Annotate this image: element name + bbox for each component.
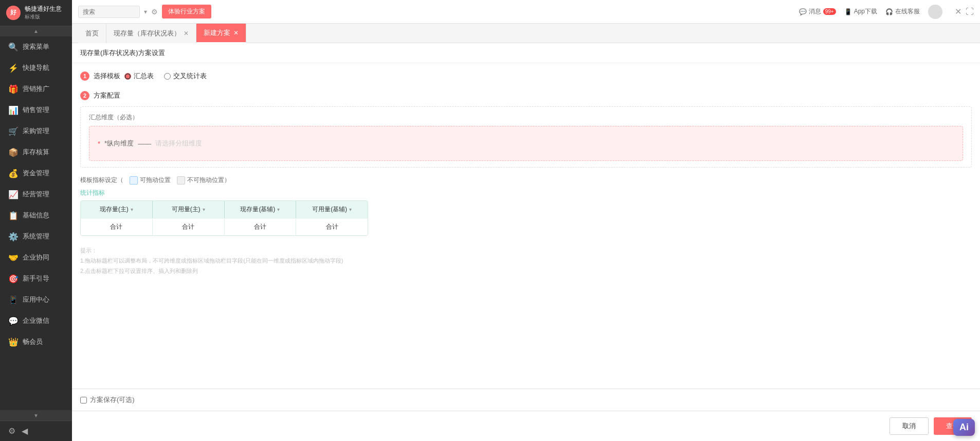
- indicators-section: 模板指标设定（ 可拖动位置 不可拖动位置） 统计指标: [80, 176, 972, 276]
- tab-new-plan-close-btn[interactable]: ✕: [233, 29, 239, 36]
- collapse-footer-btn[interactable]: ◀: [22, 426, 28, 436]
- sidebar-item-operations-label: 经营管理: [23, 190, 49, 199]
- topbar-right: 💬 消息 99+ 📱 App下载 🎧 在线客服 ✕ ⛶: [799, 5, 974, 19]
- stats-cell-1-val: 合计: [182, 223, 194, 231]
- newuser-icon: 🎯: [8, 274, 17, 284]
- tab-inventory-status[interactable]: 现存量（库存状况表） ✕: [106, 24, 196, 43]
- stats-cell-0-val: 合计: [110, 223, 122, 231]
- sidebar-scroll-down[interactable]: ▼: [0, 410, 72, 420]
- section-template: 1 选择模板 汇总表 交叉统计表: [80, 71, 972, 81]
- sidebar-item-member[interactable]: 👑 畅会员: [0, 332, 72, 353]
- sidebar-item-basic-info[interactable]: 📋 基础信息: [0, 205, 72, 226]
- member-icon: 👑: [8, 337, 17, 347]
- tab-home[interactable]: 首页: [78, 24, 106, 43]
- sidebar-item-search[interactable]: 🔍 搜索菜单: [0, 36, 72, 58]
- content-inner: 1 选择模板 汇总表 交叉统计表: [72, 63, 980, 389]
- topbar-search-input[interactable]: [78, 6, 140, 18]
- stats-col-3[interactable]: 可用量(基辅) ▾: [296, 201, 368, 218]
- topbar-trial-btn[interactable]: 体验行业方案: [162, 5, 211, 19]
- stats-col-2[interactable]: 现存量(基辅) ▾: [225, 201, 297, 218]
- system-icon: ⚙️: [8, 232, 17, 242]
- service-btn[interactable]: 🎧 在线客服: [885, 7, 920, 16]
- section1-label: 选择模板: [94, 71, 120, 81]
- sidebar-item-wechat-label: 企业微信: [23, 316, 49, 325]
- chevron-down-icon-0: ▾: [131, 207, 133, 212]
- main-area: ▾ ⚙ 体验行业方案 💬 消息 99+ 📱 App下载 🎧 在线客服 ✕ ⛶: [72, 0, 980, 441]
- ai-badge[interactable]: Ai: [953, 419, 975, 436]
- stats-col-0[interactable]: 现存量(主) ▾: [81, 201, 153, 218]
- chevron-down-icon-2: ▾: [277, 207, 280, 212]
- stats-cell-2-val: 合计: [254, 223, 266, 231]
- app-name: 畅捷通好生意: [25, 5, 62, 13]
- sidebar-item-finance-label: 资金管理: [23, 169, 49, 178]
- stats-table: 现存量(主) ▾ 可用量(主) ▾ 现存量(基辅) ▾: [80, 200, 368, 236]
- sidebar: 好 畅捷通好生意 标准版 ▲ 🔍 搜索菜单 ⚡ 快捷导航 🎁 营销推广 📊 销售…: [0, 0, 72, 441]
- sidebar-item-quicknav[interactable]: ⚡ 快捷导航: [0, 58, 72, 79]
- stats-col-0-label: 现存量(主): [100, 205, 129, 214]
- sidebar-item-basic-info-label: 基础信息: [23, 211, 49, 220]
- sidebar-item-finance[interactable]: 💰 资金管理: [0, 163, 72, 184]
- section2-label: 方案配置: [94, 91, 120, 100]
- notifications-badge: 99+: [823, 8, 836, 15]
- sidebar-footer: ⚙ ◀: [0, 420, 72, 441]
- topbar-gear-btn[interactable]: ⚙: [151, 8, 158, 16]
- sidebar-item-purchase[interactable]: 🛒 采购管理: [0, 121, 72, 142]
- template-indicators-label: 模板指标设定（: [80, 176, 123, 185]
- sidebar-item-appstore[interactable]: 📱 应用中心: [0, 289, 72, 310]
- radio-summary-input[interactable]: [124, 73, 131, 80]
- tips-section: 提示： 1.拖动标题栏可以调整布局，不可跨维度或指标区域拖动栏目字段(只能在同一…: [80, 246, 972, 276]
- sidebar-nav: 🔍 搜索菜单 ⚡ 快捷导航 🎁 营销推广 📊 销售管理 🛒 采购管理 📦 库存核…: [0, 36, 72, 410]
- sidebar-item-newuser[interactable]: 🎯 新手引导: [0, 268, 72, 289]
- unmovable-indicator: 不可拖动位置）: [177, 176, 230, 185]
- sidebar-item-wechat[interactable]: 💬 企业微信: [0, 310, 72, 332]
- stats-cell-2: 合计: [225, 218, 297, 235]
- vertical-dim-separator: ——: [138, 140, 151, 148]
- sidebar-item-sales-label: 销售管理: [23, 105, 49, 115]
- content-area: 现存量(库存状况表)方案设置 1 选择模板 汇总表 交叉统计表: [72, 43, 980, 441]
- sidebar-item-marketing[interactable]: 🎁 营销推广: [0, 79, 72, 100]
- tip-1: 1.拖动标题栏可以调整布局，不可跨维度或指标区域拖动栏目字段(只能在同一维度或指…: [80, 256, 972, 266]
- notifications-btn[interactable]: 💬 消息 99+: [799, 7, 836, 16]
- section2-title: 2 方案配置: [80, 91, 972, 100]
- template-radio-cross[interactable]: 交叉统计表: [164, 71, 207, 81]
- stats-col-1[interactable]: 可用量(主) ▾: [153, 201, 225, 218]
- app-name-block: 畅捷通好生意 标准版: [25, 5, 62, 21]
- stats-cell-3-val: 合计: [326, 223, 338, 231]
- tab-bar: 首页 现存量（库存状况表） ✕ 新建方案 ✕: [72, 24, 980, 43]
- collab-icon: 🤝: [8, 253, 17, 263]
- user-avatar[interactable]: [928, 5, 942, 19]
- sidebar-item-marketing-label: 营销推广: [23, 84, 49, 94]
- save-label: 方案保存(可选): [90, 395, 135, 405]
- movable-box: [130, 176, 138, 185]
- sidebar-item-appstore-label: 应用中心: [23, 295, 49, 304]
- save-checkbox-input[interactable]: [80, 397, 87, 403]
- tip-2: 2.点击标题栏下拉可设置排序、插入列和删除列: [80, 266, 972, 277]
- radio-cross-input[interactable]: [164, 73, 171, 80]
- sidebar-item-system[interactable]: ⚙️ 系统管理: [0, 226, 72, 247]
- template-radio-summary[interactable]: 汇总表: [124, 71, 154, 81]
- chevron-down-icon-3: ▾: [349, 207, 352, 212]
- top-bar: ▾ ⚙ 体验行业方案 💬 消息 99+ 📱 App下载 🎧 在线客服 ✕ ⛶: [72, 0, 980, 24]
- close-btn[interactable]: ✕: [955, 7, 961, 16]
- section1-title: 1 选择模板 汇总表 交叉统计表: [80, 71, 972, 81]
- cancel-button[interactable]: 取消: [890, 417, 929, 435]
- expand-btn[interactable]: ⛶: [966, 7, 974, 16]
- topbar-dropdown-btn[interactable]: ▾: [144, 8, 147, 15]
- sidebar-item-operations[interactable]: 📈 经营管理: [0, 184, 72, 205]
- tab-inventory-close-btn[interactable]: ✕: [184, 30, 189, 37]
- indicators-label-row: 模板指标设定（ 可拖动位置 不可拖动位置）: [80, 176, 972, 185]
- settings-footer-btn[interactable]: ⚙: [8, 426, 15, 436]
- save-checkbox-label[interactable]: 方案保存(可选): [80, 395, 135, 405]
- chevron-down-icon-1: ▾: [203, 207, 205, 212]
- app-edition: 标准版: [25, 13, 62, 21]
- sidebar-item-sales[interactable]: 📊 销售管理: [0, 100, 72, 121]
- sidebar-item-inventory[interactable]: 📦 库存核算: [0, 142, 72, 163]
- dimension-pink-area[interactable]: * *纵向维度 —— 请选择分组维度: [89, 126, 963, 161]
- app-download-btn[interactable]: 📱 App下载: [844, 7, 877, 16]
- sidebar-item-collab[interactable]: 🤝 企业协同: [0, 247, 72, 268]
- sidebar-scroll-up[interactable]: ▲: [0, 26, 72, 36]
- sidebar-item-newuser-label: 新手引导: [23, 274, 49, 283]
- tab-new-plan[interactable]: 新建方案 ✕: [196, 24, 246, 43]
- search-icon: 🔍: [8, 42, 17, 52]
- stats-col-3-label: 可用量(基辅): [312, 205, 347, 214]
